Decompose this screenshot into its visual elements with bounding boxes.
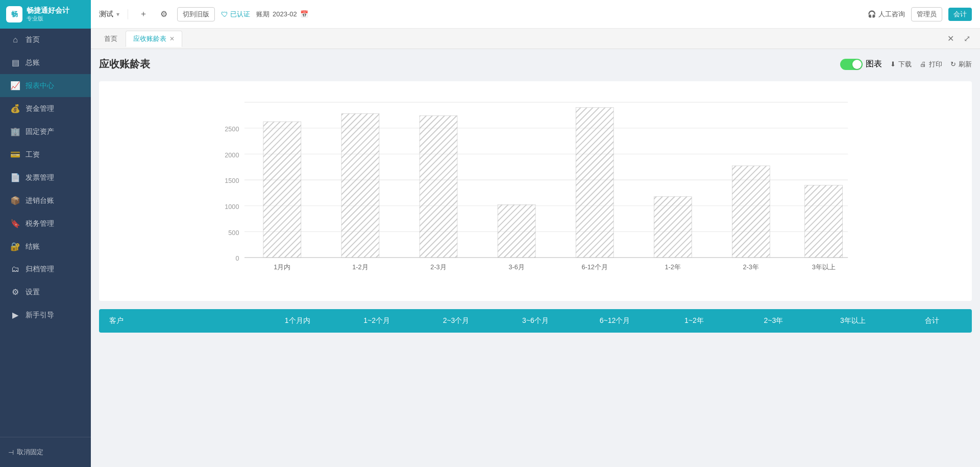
svg-rect-16 bbox=[341, 113, 379, 258]
close-window-icon[interactable]: ✕ bbox=[943, 32, 958, 46]
user-button[interactable]: 管理员 bbox=[911, 7, 942, 21]
sidebar-item-label: 新手引导 bbox=[26, 311, 54, 320]
headset-icon: 🎧 bbox=[868, 10, 876, 18]
sidebar-item-ledger[interactable]: ▤ 总账 bbox=[0, 51, 91, 74]
account-period: 账期 2023-02 📅 bbox=[256, 10, 308, 19]
consult-button[interactable]: 🎧 人工咨询 bbox=[868, 10, 905, 19]
svg-text:3-6月: 3-6月 bbox=[508, 264, 524, 271]
tab-bar-right: ✕ ⤢ bbox=[943, 32, 980, 46]
account-button[interactable]: 会计 bbox=[948, 8, 972, 21]
sidebar-item-assets[interactable]: 🏢 固定资产 bbox=[0, 120, 91, 143]
logo-title: 畅捷通好会计 bbox=[27, 6, 69, 15]
calendar-icon[interactable]: 📅 bbox=[300, 10, 308, 18]
sidebar-logo: 畅 畅捷通好会计 专业版 bbox=[0, 0, 91, 29]
th-1-2month: 1~2个月 bbox=[337, 309, 416, 333]
sidebar-item-reports[interactable]: 📈 报表中心 bbox=[0, 74, 91, 97]
logo-subtitle: 专业版 bbox=[27, 15, 69, 22]
logo-icon: 畅 bbox=[6, 6, 22, 22]
chart-svg-wrap: 0 500 1000 1500 2000 2500 bbox=[114, 91, 957, 286]
bar-chart-svg: 0 500 1000 1500 2000 2500 bbox=[114, 91, 957, 286]
tab-ar-aging-label: 应收账龄表 bbox=[133, 34, 166, 43]
svg-text:6-12个月: 6-12个月 bbox=[581, 264, 607, 271]
chart-toggle[interactable] bbox=[840, 59, 863, 70]
settings-button[interactable]: ⚙ bbox=[157, 7, 171, 21]
sidebar-item-archive[interactable]: 🗂 归档管理 bbox=[0, 258, 91, 281]
svg-rect-22 bbox=[576, 108, 614, 258]
sidebar-item-label: 进销台账 bbox=[26, 196, 54, 205]
chart-toggle-label: 图表 bbox=[866, 59, 882, 69]
sidebar-item-label: 资金管理 bbox=[26, 104, 54, 113]
download-icon: ⬇ bbox=[890, 60, 896, 68]
svg-text:1000: 1000 bbox=[225, 203, 239, 211]
print-button[interactable]: 🖨 打印 bbox=[920, 60, 942, 69]
tabbar: 首页 应收账龄表 ✕ ✕ ⤢ bbox=[91, 29, 980, 49]
sidebar: 畅 畅捷通好会计 专业版 ⌂ 首页 ▤ 总账 📈 报表中心 💰 资金管理 🏢 固… bbox=[0, 0, 91, 467]
page-header: 应收账龄表 图表 ⬇ 下载 🖨 打印 ↻ bbox=[99, 57, 972, 71]
workspace-selector[interactable]: 测试 ▾ bbox=[99, 10, 119, 19]
sidebar-item-label: 设置 bbox=[26, 288, 40, 297]
svg-text:1-2年: 1-2年 bbox=[665, 264, 681, 271]
sidebar-item-funds[interactable]: 💰 资金管理 bbox=[0, 97, 91, 120]
chevron-down-icon: ▾ bbox=[116, 11, 119, 18]
chart-toggle-wrap: 图表 bbox=[840, 59, 882, 70]
consult-label: 人工咨询 bbox=[878, 10, 905, 19]
switch-version-button[interactable]: 切到旧版 bbox=[177, 7, 215, 21]
th-1-2year: 1~2年 bbox=[654, 309, 733, 333]
svg-rect-20 bbox=[498, 205, 535, 258]
svg-text:2000: 2000 bbox=[225, 152, 239, 159]
workspace-name: 测试 bbox=[99, 10, 113, 19]
assets-icon: 🏢 bbox=[10, 127, 20, 136]
content-area: 应收账龄表 图表 ⬇ 下载 🖨 打印 ↻ bbox=[91, 49, 980, 467]
tab-home[interactable]: 首页 bbox=[97, 31, 125, 47]
certified-badge: 🛡 已认证 bbox=[221, 10, 250, 19]
sidebar-item-closing[interactable]: 🔐 结账 bbox=[0, 235, 91, 258]
logo-text-wrap: 畅捷通好会计 专业版 bbox=[27, 6, 69, 22]
sidebar-item-label: 首页 bbox=[26, 35, 40, 44]
sidebar-item-label: 发票管理 bbox=[26, 173, 54, 182]
cancel-fixed-button[interactable]: ⊣ 取消固定 bbox=[0, 442, 91, 462]
pin-icon: ⊣ bbox=[8, 449, 14, 456]
sidebar-item-tax[interactable]: 🔖 税务管理 bbox=[0, 212, 91, 235]
svg-text:1-2月: 1-2月 bbox=[352, 264, 368, 271]
th-3plus-year: 3年以上 bbox=[813, 309, 892, 333]
refresh-icon: ↻ bbox=[950, 60, 956, 68]
sidebar-item-settings[interactable]: ⚙ 设置 bbox=[0, 281, 91, 303]
table-header-row: 客户 1个月内 1~2个月 2~3个月 3~6个月 6~12个月 1~2年 2~… bbox=[99, 309, 972, 333]
expand-icon[interactable]: ⤢ bbox=[960, 32, 974, 46]
sidebar-item-invoice[interactable]: 📄 发票管理 bbox=[0, 166, 91, 189]
ar-aging-table: 客户 1个月内 1~2个月 2~3个月 3~6个月 6~12个月 1~2年 2~… bbox=[99, 309, 972, 333]
toolbar: 图表 ⬇ 下载 🖨 打印 ↻ 刷新 bbox=[840, 59, 972, 70]
payroll-icon: 💳 bbox=[10, 150, 20, 159]
ledger-icon: ▤ bbox=[10, 58, 20, 67]
period-value: 2023-02 bbox=[273, 10, 297, 18]
th-3-6month: 3~6个月 bbox=[496, 309, 575, 333]
th-customer: 客户 bbox=[99, 309, 258, 333]
refresh-label: 刷新 bbox=[959, 60, 972, 69]
sidebar-item-home[interactable]: ⌂ 首页 bbox=[0, 29, 91, 51]
sidebar-item-label: 税务管理 bbox=[26, 219, 54, 228]
download-button[interactable]: ⬇ 下载 bbox=[890, 60, 912, 69]
th-total: 合计 bbox=[893, 309, 972, 333]
settings-icon: ⚙ bbox=[10, 287, 20, 297]
tab-ar-aging[interactable]: 应收账龄表 ✕ bbox=[126, 31, 182, 47]
sidebar-item-payroll[interactable]: 💳 工资 bbox=[0, 143, 91, 166]
svg-text:2-3月: 2-3月 bbox=[430, 264, 446, 271]
download-label: 下载 bbox=[898, 60, 912, 69]
close-tab-icon[interactable]: ✕ bbox=[169, 35, 175, 42]
period-label: 账期 bbox=[256, 10, 270, 19]
add-button[interactable]: ＋ bbox=[136, 7, 151, 21]
th-2-3year: 2~3年 bbox=[734, 309, 813, 333]
print-label: 打印 bbox=[929, 60, 942, 69]
sidebar-item-guide[interactable]: ▶ 新手引导 bbox=[0, 303, 91, 326]
funds-icon: 💰 bbox=[10, 104, 20, 113]
sidebar-item-sales[interactable]: 📦 进销台账 bbox=[0, 189, 91, 212]
shield-icon: 🛡 bbox=[221, 10, 228, 18]
svg-text:500: 500 bbox=[228, 229, 239, 237]
reports-icon: 📈 bbox=[10, 81, 20, 90]
sidebar-item-label: 工资 bbox=[26, 150, 40, 159]
archive-icon: 🗂 bbox=[10, 265, 20, 274]
refresh-button[interactable]: ↻ 刷新 bbox=[950, 60, 972, 69]
page-title: 应收账龄表 bbox=[99, 57, 150, 71]
svg-text:2500: 2500 bbox=[225, 126, 239, 133]
svg-rect-24 bbox=[654, 197, 692, 258]
